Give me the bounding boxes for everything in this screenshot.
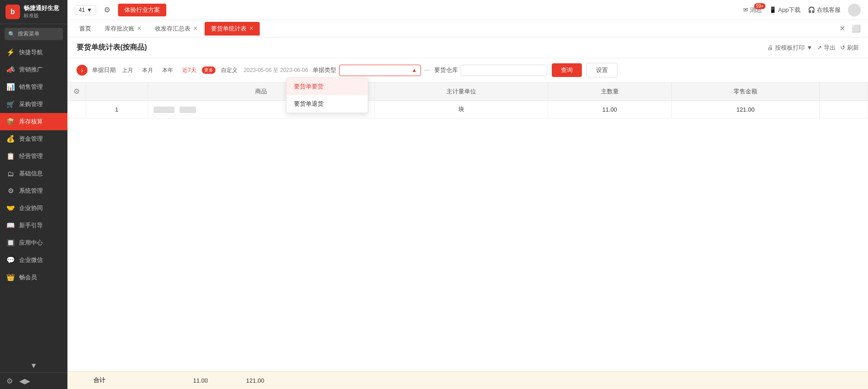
app-download-icon: 📱: [769, 6, 776, 13]
close-window-button[interactable]: ✕: [837, 23, 847, 34]
trial-button[interactable]: 体验行业方案: [118, 4, 166, 16]
date-this-month[interactable]: 本月: [139, 66, 157, 75]
table-col-qty: 主数量: [548, 82, 672, 101]
header-gear-button[interactable]: ⚙: [101, 4, 113, 16]
close-icon[interactable]: ✕: [137, 26, 141, 31]
messages-badge: 99+: [754, 3, 765, 9]
sidebar-item-marketing[interactable]: 📣 营销推广: [0, 61, 67, 78]
logo-icon: b: [5, 5, 20, 19]
sidebar-item-label: 应用中心: [19, 239, 43, 247]
row-unit: 块: [375, 101, 548, 118]
app-title: 畅捷通好生意: [24, 5, 59, 12]
tab-label: 收发存汇总表: [155, 25, 190, 33]
table-col-unit: 主计量单位: [375, 82, 548, 101]
store-name: 41: [79, 7, 85, 13]
store-selector[interactable]: 41 ▼: [75, 5, 96, 15]
sidebar-item-collab[interactable]: 🤝 企业协同: [0, 200, 67, 217]
sidebar-scroll-down[interactable]: ▼: [0, 359, 67, 373]
sidebar-item-inventory[interactable]: 📦 库存核算: [0, 113, 67, 130]
sidebar: b 畅捷通好生意 标准版 🔍 搜索菜单 ⚡ 快捷导航 📣 营销推广 📊 销售管理…: [0, 0, 67, 389]
search-menu[interactable]: 🔍 搜索菜单: [5, 28, 63, 40]
header-right: ✉ 消息 99+ 📱 App下载 🎧 在线客服: [743, 4, 861, 16]
tab-label: 库存批次账: [105, 25, 134, 33]
date-filter-label: 单据日期: [92, 66, 116, 74]
row-amount: 121.00: [671, 101, 819, 118]
page-title: 要货单统计表(按商品): [77, 43, 147, 58]
messages-button[interactable]: ✉ 消息 99+: [743, 6, 762, 14]
online-service-button[interactable]: 🎧 在线客服: [808, 6, 841, 14]
sidebar-item-label: 新手引导: [19, 221, 43, 230]
filter-expand-button[interactable]: ›: [77, 65, 87, 76]
app-subtitle: 标准版: [24, 12, 59, 19]
tabs-bar: 首页 库存批次账 ✕ 收发存汇总表 ✕ 要货单统计表 ✕ ✕ ⬜: [67, 20, 868, 37]
page-actions: 🖨 按模板打印 ▼ ↗ 导出 ↺ 刷新: [767, 44, 859, 57]
app-download-label: App下载: [778, 6, 801, 14]
sidebar-item-label: 资金管理: [19, 135, 43, 143]
refresh-button[interactable]: ↺ 刷新: [840, 44, 859, 52]
tab-collect-summary[interactable]: 收发存汇总表 ✕: [149, 22, 204, 36]
date-prev-month[interactable]: 上月: [118, 66, 137, 75]
headset-icon: 🎧: [808, 6, 815, 13]
sidebar-item-basic[interactable]: 🗂 基础信息: [0, 165, 67, 182]
search-label: 搜索菜单: [18, 30, 40, 38]
sidebar-item-label: 营销推广: [19, 66, 43, 74]
filter-bar: › 单据日期 上月 本月 本年 近7天 更多 自定义 2023-05-06 至 …: [67, 58, 868, 82]
sidebar-item-wechat[interactable]: 💬 企业微信: [0, 251, 67, 269]
tab-batch-account[interactable]: 库存批次账 ✕: [98, 22, 148, 36]
sidebar-item-apps[interactable]: 🔲 应用中心: [0, 234, 67, 251]
sidebar-item-quick-nav[interactable]: ⚡ 快捷导航: [0, 44, 67, 61]
sidebar-item-finance[interactable]: 💰 资金管理: [0, 130, 67, 148]
message-icon: ✉: [743, 6, 748, 13]
sidebar-item-purchase[interactable]: 🛒 采购管理: [0, 96, 67, 113]
print-icon: 🖨: [767, 44, 773, 51]
type-filter-dots[interactable]: ···: [424, 66, 430, 74]
table-settings-col: ⚙: [67, 82, 86, 101]
app-download-button[interactable]: 📱 App下载: [769, 6, 801, 14]
collab-icon: 🤝: [6, 204, 15, 212]
close-icon[interactable]: ✕: [193, 26, 197, 31]
date-custom-button[interactable]: 自定义: [217, 66, 241, 75]
warehouse-input[interactable]: [461, 65, 547, 76]
sidebar-item-guide[interactable]: 📖 新手引导: [0, 217, 67, 234]
inventory-icon: 📦: [6, 118, 15, 126]
print-label: 按模板打印: [775, 44, 805, 52]
dropdown-item-return-goods[interactable]: 要货单退货: [287, 95, 368, 113]
print-button[interactable]: 🖨 按模板打印 ▼: [767, 44, 812, 52]
settings-bottom-icon[interactable]: ⚙: [6, 377, 13, 385]
close-icon[interactable]: ✕: [249, 26, 253, 31]
sidebar-item-sales[interactable]: 📊 销售管理: [0, 78, 67, 96]
query-button[interactable]: 查询: [552, 63, 582, 77]
sidebar-item-label: 库存核算: [19, 118, 43, 126]
user-avatar[interactable]: [848, 4, 861, 16]
footer-qty: 11.00: [173, 377, 228, 384]
export-label: 导出: [824, 44, 836, 52]
dropdown-icon: ▼: [87, 7, 92, 13]
date-last7days[interactable]: 近7天: [179, 66, 200, 75]
type-select[interactable]: ▲: [339, 65, 421, 76]
date-more-badge[interactable]: 更多: [202, 67, 216, 74]
tab-home[interactable]: 首页: [73, 22, 98, 36]
tab-order-summary[interactable]: 要货单统计表 ✕: [205, 22, 260, 36]
sidebar-item-ops[interactable]: 📋 经营管理: [0, 148, 67, 165]
settings-button[interactable]: 设置: [586, 63, 617, 77]
sidebar-item-vip[interactable]: 👑 畅会员: [0, 269, 67, 286]
guide-icon: 📖: [6, 221, 15, 230]
sidebar-nav: ⚡ 快捷导航 📣 营销推广 📊 销售管理 🛒 采购管理 📦 库存核算 💰 资金管…: [0, 44, 67, 359]
sidebar-item-system[interactable]: ⚙ 系统管理: [0, 182, 67, 200]
product-placeholder-2: [180, 107, 196, 113]
online-service-label: 在线客服: [817, 6, 841, 14]
sidebar-item-label: 采购管理: [19, 100, 43, 108]
date-this-year[interactable]: 本年: [159, 66, 177, 75]
tab-label: 要货单统计表: [211, 25, 247, 33]
maximize-window-button[interactable]: ⬜: [850, 23, 863, 34]
dropdown-item-order-goods[interactable]: 要货单要货: [287, 78, 368, 95]
data-table: ⚙ 商品 主计量单位 主数量 零售金额 1: [67, 82, 868, 118]
type-filter-group: 单据类型 ▲ ···: [313, 65, 430, 76]
audio-bottom-icon[interactable]: ◀▶: [19, 377, 30, 385]
date-shortcuts: 上月 本月 本年 近7天 更多 自定义: [118, 66, 241, 75]
ops-icon: 📋: [6, 152, 15, 160]
table-settings-icon[interactable]: ⚙: [73, 87, 80, 95]
row-extra: [820, 101, 868, 118]
export-button[interactable]: ↗ 导出: [817, 44, 836, 52]
print-arrow-icon: ▼: [806, 44, 812, 51]
